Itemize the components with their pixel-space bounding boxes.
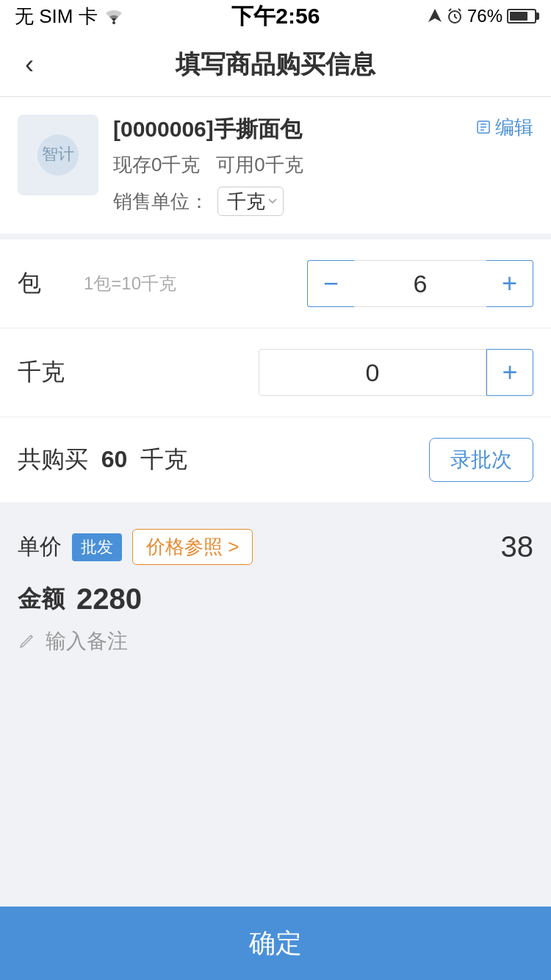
package-input[interactable] (354, 260, 486, 307)
back-button[interactable]: ‹ (18, 42, 41, 87)
product-info: [0000006]手撕面包 编辑 现存0千克 可用0千克 销售单位： 千克 包 (113, 115, 533, 216)
kg-input[interactable] (259, 349, 486, 396)
status-left: 无 SIM 卡 (15, 4, 124, 29)
remark-text: 输入备注 (46, 627, 128, 655)
price-label: 单价 (18, 532, 62, 562)
amount-section: 金额 2280 输入备注 (0, 565, 551, 667)
pencil-icon (18, 631, 38, 652)
kg-controls: + (259, 349, 533, 396)
total-section: 共购买 60 千克 录批次 (0, 417, 551, 508)
product-logo: 智计 (36, 133, 80, 177)
svg-line-3 (455, 17, 457, 18)
edit-button[interactable]: 编辑 (476, 115, 533, 140)
remark-row[interactable]: 输入备注 (18, 627, 533, 655)
product-image: 智计 (18, 115, 98, 195)
confirm-button[interactable]: 确定 (0, 907, 551, 980)
unit-label: 销售单位： (113, 189, 209, 215)
location-icon (428, 8, 442, 24)
nav-title: 填写商品购买信息 (176, 48, 375, 82)
price-section: 单价 批发 价格参照 > 38 (0, 508, 551, 565)
battery-icon (507, 9, 536, 24)
product-stock: 现存0千克 可用0千克 (113, 152, 533, 178)
svg-line-4 (449, 9, 451, 11)
signal-text: 无 SIM 卡 (15, 4, 98, 29)
price-ref-button[interactable]: 价格参照 > (132, 529, 253, 565)
amount-value: 2280 (76, 583, 142, 616)
alarm-icon (447, 8, 463, 24)
battery-percent: 76% (467, 6, 503, 26)
nav-bar: ‹ 填写商品购买信息 (0, 32, 551, 97)
kg-label: 千克 (18, 356, 76, 389)
status-time: 下午2:56 (231, 1, 320, 32)
svg-line-5 (458, 9, 461, 11)
unit-select[interactable]: 千克 包 (217, 187, 284, 216)
total-text: 共购买 60 千克 (18, 444, 187, 476)
product-full-name: [0000006]手撕面包 (113, 115, 302, 145)
package-hint: 1包=10千克 (84, 272, 307, 295)
svg-text:智计: 智计 (42, 145, 74, 163)
content-spacer (0, 667, 551, 907)
package-label: 包 (18, 267, 76, 300)
package-controls: − + (307, 260, 533, 307)
kg-plus-button[interactable]: + (486, 349, 533, 396)
kg-row: 千克 + (0, 328, 551, 417)
status-bar: 无 SIM 卡 下午2:56 76% (0, 0, 551, 32)
edit-label: 编辑 (495, 115, 533, 140)
package-row: 包 1包=10千克 − + (0, 239, 551, 328)
package-minus-button[interactable]: − (307, 260, 354, 307)
amount-row: 金额 2280 (18, 583, 533, 616)
status-right: 76% (428, 6, 536, 26)
price-row: 单价 批发 价格参照 > 38 (18, 529, 533, 565)
package-plus-button[interactable]: + (486, 260, 533, 307)
wifi-icon (104, 8, 124, 24)
quantity-section: 包 1包=10千克 − + 千克 + (0, 239, 551, 417)
price-badge: 批发 (72, 533, 122, 561)
svg-point-0 (112, 21, 115, 24)
edit-icon (476, 120, 492, 136)
amount-label: 金额 (18, 583, 65, 616)
price-value: 38 (501, 530, 534, 563)
batch-button[interactable]: 录批次 (429, 438, 533, 482)
product-section: 智计 [0000006]手撕面包 编辑 现存0千克 可用0千克 销售单位： 千 (0, 97, 551, 239)
unit-row: 销售单位： 千克 包 (113, 187, 533, 216)
